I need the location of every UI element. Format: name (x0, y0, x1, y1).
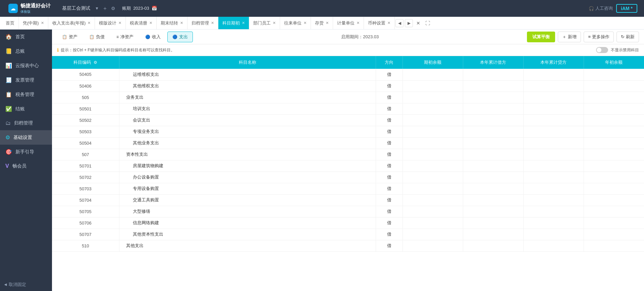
col-settings-icon[interactable]: ⚙ (94, 60, 97, 65)
tab-currency-label: 币种设置 (368, 20, 385, 26)
cell-direction: 借 (376, 80, 402, 92)
checkout-icon: ✅ (5, 106, 12, 112)
tab-inventory[interactable]: 存货 ✕ (311, 17, 333, 30)
calc-balance-btn[interactable]: 试算平衡 (527, 32, 555, 42)
tab-tax-close[interactable]: ✕ (149, 21, 152, 25)
table-row[interactable]: 50707其他资本性支出借 (52, 229, 644, 240)
sub-tab-liability[interactable]: 📋 负债 (84, 32, 110, 42)
tab-period-end[interactable]: 期末结转 ✕ (157, 17, 187, 30)
refresh-btn[interactable]: ↻ 刷新 (616, 32, 639, 42)
table-row[interactable]: 50406其他维权支出借 (52, 80, 644, 92)
tax-icon: 📋 (5, 91, 12, 98)
tab-template-close[interactable]: ✕ (118, 21, 121, 25)
add-icon: ＋ (562, 34, 567, 40)
tab-archive[interactable]: 归档管理 ✕ (187, 17, 218, 30)
cell-code: 50701 (52, 160, 119, 172)
cell-period-balance (402, 240, 463, 251)
table-row[interactable]: 50502会议支出借 (52, 114, 644, 126)
cell-direction: 借 (376, 172, 402, 183)
tab-voucher-close[interactable]: ✕ (41, 21, 44, 25)
col-direction: 方向 (376, 56, 402, 69)
cell-code: 505 (52, 92, 119, 103)
tab-archive-close[interactable]: ✕ (211, 21, 214, 25)
tab-home[interactable]: 首页 (2, 17, 19, 30)
sidebar-item-tax[interactable]: 📋 税务管理 (0, 87, 52, 102)
sub-tab-expenditure[interactable]: 🔵 支出 (167, 32, 193, 42)
tab-contact[interactable]: 往来单位 ✕ (280, 17, 311, 30)
sub-tab-income-label: 收入 (152, 34, 161, 40)
sidebar-item-invoice[interactable]: 🧾 发票管理 (0, 73, 52, 87)
table-row[interactable]: 50704交通工具购置借 (52, 194, 644, 206)
sidebar-item-home[interactable]: 🏠 首页 (0, 30, 52, 44)
cell-year-begin (584, 126, 644, 137)
cell-ytd-credit (523, 183, 584, 194)
sidebar-item-archive[interactable]: 🗂 归档管理 (0, 116, 52, 130)
sub-tab-asset[interactable]: 📋 资产 (57, 32, 83, 42)
table-row[interactable]: 50703专用设备购置借 (52, 183, 644, 194)
tab-tax[interactable]: 税表清册 ✕ (126, 17, 157, 30)
tab-currency[interactable]: 币种设置 ✕ (364, 17, 395, 30)
customer-service-btn[interactable]: 🎧 人工咨询 (589, 5, 613, 11)
cell-period-balance (402, 206, 463, 217)
table-row[interactable]: 50504其他业务支出借 (52, 137, 644, 149)
table-row[interactable]: 50702办公设备购置借 (52, 172, 644, 183)
tab-inventory-close[interactable]: ✕ (326, 21, 329, 25)
add-btn[interactable]: ＋ 新增 (558, 32, 581, 42)
tab-voucher[interactable]: 凭(中期) ✕ (19, 17, 48, 30)
sidebar-item-checkout[interactable]: ✅ 结账 (0, 102, 52, 116)
table-row[interactable]: 50405运维维权支出借 (52, 69, 644, 80)
tab-income-close[interactable]: ✕ (88, 21, 91, 25)
table-row[interactable]: 50705大型修缮借 (52, 206, 644, 217)
cell-direction: 借 (376, 149, 402, 160)
tab-voucher-label: 凭(中期) (23, 20, 39, 26)
guide-icon: 🎯 (5, 149, 12, 155)
tab-maximize-btn[interactable]: ⛶ (424, 19, 432, 27)
tab-income[interactable]: 收入支出表(年报) ✕ (48, 17, 95, 30)
sidebar-item-basic[interactable]: ⚙ 基础设置 (0, 130, 52, 145)
sidebar-item-guide[interactable]: 🎯 新手引导 (0, 145, 52, 159)
tab-bar: 首页 凭(中期) ✕ 收入支出表(年报) ✕ 模版设计 ✕ 税表清册 ✕ 期末结… (0, 17, 644, 30)
company-dropdown-icon[interactable]: ▼ (95, 6, 99, 11)
tab-currency-close[interactable]: ✕ (387, 21, 390, 25)
tab-next-btn[interactable]: ▶ (405, 19, 413, 27)
sidebar-collapse-btn[interactable]: ◄ 取消固定 (0, 278, 52, 291)
cell-code: 50703 (52, 183, 119, 194)
tab-subject-period-close[interactable]: ✕ (242, 21, 245, 25)
sub-tab-net-asset-label: 净资产 (120, 34, 133, 40)
table-row[interactable]: 50706信息网络购建借 (52, 217, 644, 229)
header-right: 🎧 人工咨询 iAM * (589, 4, 641, 13)
sidebar-item-report[interactable]: 📊 云报表中心 (0, 58, 52, 73)
tab-unit[interactable]: 计量单位 ✕ (333, 17, 364, 30)
more-ops-btn[interactable]: ≡ 更多操作 (584, 32, 614, 42)
sub-tab-net-asset[interactable]: ≡ 净资产 (111, 32, 139, 42)
tab-inventory-label: 存货 (315, 20, 324, 26)
tab-unit-close[interactable]: ✕ (357, 21, 360, 25)
cell-ytd-debit (463, 149, 523, 160)
more-icon: ≡ (588, 34, 591, 39)
table-row[interactable]: 50701房屋建筑物购建借 (52, 160, 644, 172)
tab-subject-period[interactable]: 科目期初 ✕ (218, 17, 249, 30)
tab-prev-btn[interactable]: ◀ (395, 19, 404, 27)
add-company-icon[interactable]: ＋ (102, 5, 108, 12)
table-row[interactable]: 510其他支出借 (52, 240, 644, 251)
tab-period-end-close[interactable]: ✕ (180, 21, 183, 25)
sidebar-item-vip[interactable]: V 畅会员 (0, 159, 52, 173)
table-row[interactable]: 50503专项业务支出借 (52, 126, 644, 137)
cell-name: 信息网络购建 (119, 217, 376, 229)
calendar-icon[interactable]: 📅 (152, 6, 157, 11)
iam-button[interactable]: iAM * (616, 4, 637, 13)
disable-toggle[interactable] (596, 47, 608, 53)
cell-name: 培训支出 (119, 103, 376, 114)
sidebar-label-guide: 新手引导 (15, 149, 34, 155)
tab-contact-close[interactable]: ✕ (304, 21, 307, 25)
sub-tab-income[interactable]: 🔵 收入 (140, 32, 166, 42)
settings-icon[interactable]: ⚙ (111, 6, 115, 11)
tab-template[interactable]: 模版设计 ✕ (95, 17, 126, 30)
table-row[interactable]: 50501培训支出借 (52, 103, 644, 114)
tab-department-close[interactable]: ✕ (273, 21, 276, 25)
tab-department[interactable]: 部门员工 ✕ (249, 17, 280, 30)
table-row[interactable]: 505业务支出借 (52, 92, 644, 103)
tab-close-all-btn[interactable]: ✕ (414, 19, 422, 27)
table-row[interactable]: 507资本性支出借 (52, 149, 644, 160)
sidebar-item-ledger[interactable]: 📒 总账 (0, 44, 52, 58)
